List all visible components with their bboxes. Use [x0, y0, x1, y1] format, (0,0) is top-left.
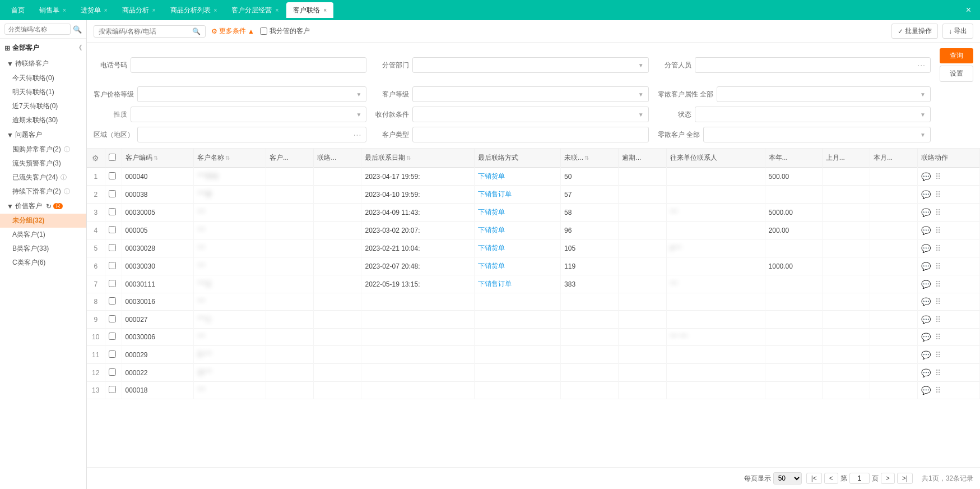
nav-tab-analysis-list-close[interactable]: × [214, 7, 217, 13]
sort-icon-date[interactable]: ⇅ [406, 155, 411, 161]
more-action-icon[interactable]: ⠿ [935, 297, 941, 306]
chat-icon[interactable]: 💬 [921, 350, 931, 359]
row-checkbox[interactable] [109, 280, 116, 287]
next-page-button[interactable]: > [881, 473, 895, 484]
sidebar-item-abnormal[interactable]: 囤购异常客户(2) ⓘ [0, 142, 86, 156]
gear-icon[interactable]: ⚙ [92, 154, 99, 163]
filter-mine-checkbox[interactable] [260, 27, 267, 35]
more-action-icon[interactable]: ⠿ [935, 333, 941, 342]
nav-tab-sales[interactable]: 销售单 × [32, 2, 73, 18]
filter-person-input[interactable]: ··· [695, 57, 931, 73]
batch-operations-button[interactable]: ✓ 批量操作 [891, 24, 938, 39]
filter-customer-level-select[interactable]: ▼ [412, 86, 648, 102]
row-checkbox[interactable] [109, 208, 116, 215]
contact-way-link[interactable]: 下销货单 [478, 244, 505, 252]
more-action-icon[interactable]: ⠿ [935, 350, 941, 359]
more-action-icon[interactable]: ⠿ [935, 244, 941, 253]
sidebar-item-warning[interactable]: 流失预警客户(3) [0, 156, 86, 170]
nav-tab-sales-close[interactable]: × [63, 7, 66, 13]
more-action-icon[interactable]: ⠿ [935, 386, 941, 395]
more-action-icon[interactable]: ⠿ [935, 190, 941, 199]
sidebar-group-header-pending[interactable]: ▼ 待联络客户 [0, 56, 86, 71]
chat-icon[interactable]: 💬 [921, 190, 931, 199]
chat-icon[interactable]: 💬 [921, 280, 931, 289]
contact-way-link[interactable]: 下销售订单 [478, 190, 512, 198]
query-button[interactable]: 查询 [940, 48, 973, 63]
sort-icon-name[interactable]: ⇅ [225, 155, 230, 161]
more-action-icon[interactable]: ⠿ [935, 226, 941, 235]
filter-region-input[interactable]: ··· [137, 127, 366, 142]
filter-search-input[interactable] [99, 27, 190, 35]
sidebar-item-week[interactable]: 近7天待联络(0) [0, 99, 86, 113]
sidebar-item-today[interactable]: 今天待联络(0) [0, 71, 86, 85]
filter-sparse-attr-select[interactable]: ▼ [717, 86, 931, 102]
nav-tab-customer-contact[interactable]: 客户联络 × [286, 2, 333, 18]
contact-way-link[interactable]: 下销售订单 [478, 280, 512, 288]
nav-tab-home[interactable]: 首页 [4, 2, 31, 18]
filter-payment-select[interactable]: ▼ [412, 107, 648, 122]
nav-tab-analysis[interactable]: 商品分析 × [115, 2, 162, 18]
row-checkbox[interactable] [109, 368, 116, 376]
sidebar-collapse-icon[interactable]: 《 [76, 44, 82, 52]
sort-icon-code[interactable]: ⇅ [154, 155, 158, 161]
nav-tab-analysis-list[interactable]: 商品分析列表 × [164, 2, 224, 18]
row-checkbox[interactable] [109, 350, 116, 358]
sort-icon-no-contact[interactable]: ⇅ [584, 155, 589, 161]
first-page-button[interactable]: |< [806, 473, 822, 484]
nav-tab-analysis-close[interactable]: × [152, 7, 156, 13]
filter-sparse-select[interactable]: ▼ [703, 127, 931, 142]
filter-search-icon[interactable]: 🔍 [192, 27, 201, 35]
sidebar-item-type-b[interactable]: B类客户(33) [0, 242, 86, 256]
region-dots-icon[interactable]: ··· [354, 130, 362, 139]
chat-icon[interactable]: 💬 [921, 226, 931, 235]
nav-tab-purchase[interactable]: 进货单 × [74, 2, 114, 18]
reset-button[interactable]: 设置 [940, 66, 973, 82]
more-action-icon[interactable]: ⠿ [935, 172, 941, 181]
page-input[interactable] [849, 473, 870, 484]
chat-icon[interactable]: 💬 [921, 333, 931, 342]
sidebar-item-type-c[interactable]: C类客户(6) [0, 256, 86, 270]
prev-page-button[interactable]: < [824, 473, 838, 484]
chat-icon[interactable]: 💬 [921, 315, 931, 324]
contact-way-link[interactable]: 下销货单 [478, 172, 505, 180]
more-action-icon[interactable]: ⠿ [935, 315, 941, 324]
row-checkbox[interactable] [109, 262, 116, 269]
nav-tab-customer-tier[interactable]: 客户分层经营 × [225, 2, 285, 18]
chat-icon[interactable]: 💬 [921, 297, 931, 306]
filter-nature-select[interactable]: ▼ [131, 107, 366, 122]
filter-phone-input[interactable] [131, 57, 366, 73]
last-page-button[interactable]: >| [897, 473, 913, 484]
export-button[interactable]: ↓ 导出 [942, 24, 973, 39]
nav-tab-customer-tier-close[interactable]: × [275, 7, 278, 13]
sidebar-group-header-value[interactable]: ▼ 价值客户 ↻ R [0, 199, 86, 214]
contact-way-link[interactable]: 下销货单 [478, 208, 505, 216]
filter-search-box[interactable]: 🔍 [94, 25, 206, 38]
row-checkbox[interactable] [109, 315, 116, 322]
chat-icon[interactable]: 💬 [921, 244, 931, 253]
filter-ctype-input[interactable] [412, 127, 648, 142]
chat-icon[interactable]: 💬 [921, 262, 931, 271]
window-close-icon[interactable]: × [962, 5, 976, 15]
more-action-icon[interactable]: ⠿ [935, 280, 941, 289]
chat-icon[interactable]: 💬 [921, 172, 931, 181]
more-action-icon[interactable]: ⠿ [935, 368, 941, 377]
per-page-select[interactable]: 50 100 200 [773, 472, 802, 485]
refresh-icon[interactable]: ↻ [46, 202, 52, 210]
sidebar-item-tomorrow[interactable]: 明天待联络(1) [0, 85, 86, 99]
more-action-icon[interactable]: ⠿ [935, 262, 941, 271]
sidebar-item-type-a[interactable]: A类客户(1) [0, 228, 86, 242]
filter-mine-checkbox-area[interactable]: 我分管的客户 [260, 26, 310, 36]
row-checkbox[interactable] [109, 190, 116, 197]
filter-price-level-select[interactable]: ▼ [137, 86, 366, 102]
chat-icon[interactable]: 💬 [921, 208, 931, 217]
filter-dept-select[interactable]: ▼ [412, 57, 648, 73]
contact-way-link[interactable]: 下销货单 [478, 226, 505, 234]
select-all-checkbox[interactable] [109, 154, 116, 161]
nav-tab-purchase-close[interactable]: × [104, 7, 108, 13]
sidebar-item-lost[interactable]: 已流失客户(24) ⓘ [0, 170, 86, 184]
row-checkbox[interactable] [109, 244, 116, 251]
filter-status-select[interactable]: ▼ [695, 107, 931, 122]
contact-way-link[interactable]: 下销货单 [478, 262, 505, 270]
row-checkbox[interactable] [109, 297, 116, 305]
person-dots-icon[interactable]: ··· [917, 61, 926, 70]
